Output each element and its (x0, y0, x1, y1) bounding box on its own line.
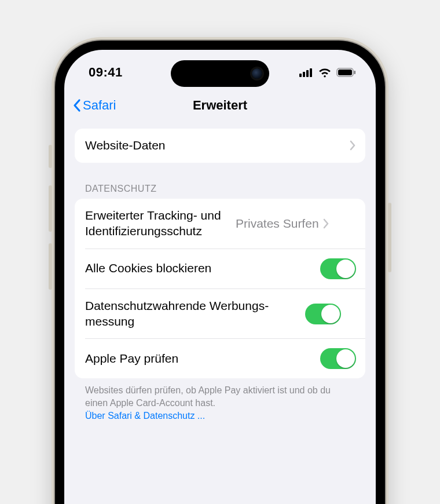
back-button[interactable]: Safari (72, 98, 116, 113)
back-label: Safari (83, 98, 116, 113)
row-tracking-protection[interactable]: Erweiterter Tracking- und Identifizierun… (75, 199, 365, 249)
phone-frame: 09:41 (55, 41, 385, 504)
row-website-data[interactable]: Website-Daten (75, 129, 365, 163)
row-apple-pay-check: Apple Pay prüfen (85, 338, 365, 378)
toggle-privacy-ad-measurement[interactable] (305, 304, 341, 324)
svg-rect-5 (338, 70, 352, 75)
about-safari-privacy-link[interactable]: Über Safari & Datenschutz ... (85, 411, 205, 421)
section-header-privacy: DATENSCHUTZ (75, 184, 365, 199)
chevron-right-icon (349, 140, 356, 151)
row-value: Privates Surfen (236, 217, 319, 231)
toggle-apple-pay-check[interactable] (320, 348, 356, 369)
row-label: Apple Pay prüfen (85, 351, 320, 367)
row-block-cookies: Alle Cookies blockieren (85, 249, 365, 288)
svg-rect-2 (306, 70, 309, 77)
footer-text: Websites dürfen prüfen, ob Apple Pay akt… (85, 385, 331, 408)
battery-icon (336, 68, 356, 77)
toggle-block-cookies[interactable] (320, 258, 356, 279)
row-label: Website-Daten (85, 138, 349, 154)
nav-bar: Safari Erweitert (64, 89, 376, 122)
wifi-icon (318, 67, 332, 78)
side-button (49, 185, 52, 232)
screen: 09:41 (64, 50, 376, 504)
svg-rect-1 (303, 72, 305, 77)
status-time: 09:41 (84, 59, 123, 80)
chevron-right-icon (322, 218, 329, 229)
group-privacy: Erweiterter Tracking- und Identifizierun… (75, 199, 365, 379)
chevron-left-icon (72, 98, 82, 112)
status-bar: 09:41 (64, 50, 376, 89)
row-label: Erweiterter Tracking- und Identifizierun… (85, 208, 236, 239)
row-privacy-ad-measurement: Datenschutzwahrende Werbungs­messung (85, 288, 365, 339)
page-title: Erweitert (193, 98, 247, 113)
cellular-icon (299, 68, 313, 77)
row-label: Alle Cookies blockieren (85, 261, 320, 276)
footer-note: Websites dürfen prüfen, ob Apple Pay akt… (75, 378, 365, 422)
group-website-data: Website-Daten (75, 129, 365, 163)
side-button (49, 243, 52, 290)
svg-rect-6 (354, 71, 356, 74)
side-button (49, 145, 52, 168)
row-label: Datenschutzwahrende Werbungs­messung (85, 298, 305, 330)
stage: 09:41 (0, 0, 440, 504)
svg-rect-3 (310, 68, 312, 77)
status-indicators (299, 61, 356, 78)
content: Website-Daten DATENSCHUTZ Erweiterter Tr… (64, 122, 376, 422)
side-button (388, 203, 391, 272)
svg-rect-0 (299, 74, 302, 77)
